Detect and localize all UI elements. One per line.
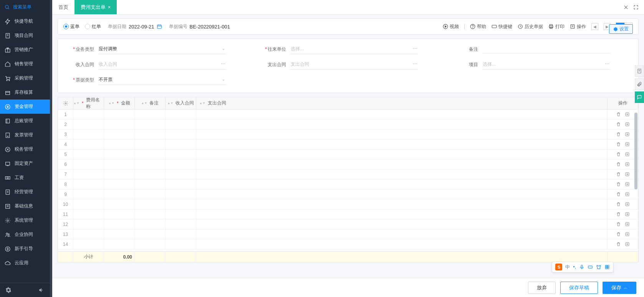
- add-row-icon[interactable]: [625, 182, 630, 187]
- sidebar-item-2[interactable]: 营销推广: [0, 43, 50, 57]
- add-row-icon[interactable]: [625, 192, 630, 197]
- th-gear[interactable]: [58, 97, 73, 109]
- delete-icon[interactable]: [616, 112, 621, 117]
- add-row-icon[interactable]: [625, 172, 630, 177]
- toolbox-icon[interactable]: [604, 264, 610, 270]
- sidebar-item-5[interactable]: 库存核算: [0, 85, 50, 100]
- delete-icon[interactable]: [616, 182, 621, 187]
- add-row-icon[interactable]: [625, 112, 630, 117]
- sidebar-item-8[interactable]: 发票管理: [0, 128, 50, 142]
- table-row[interactable]: 7: [58, 169, 638, 179]
- radio-blue[interactable]: 蓝单: [63, 23, 79, 30]
- tab-close-icon[interactable]: [623, 5, 629, 10]
- sidebar-item-10[interactable]: 固定资产: [0, 156, 50, 171]
- prev-button[interactable]: ◀: [591, 23, 598, 30]
- table-row[interactable]: 12: [58, 219, 638, 229]
- sidebar-item-11[interactable]: 工资: [0, 171, 50, 185]
- project-select[interactable]: 选择...⋯: [482, 60, 610, 70]
- table-row[interactable]: 5: [58, 149, 638, 159]
- delete-icon[interactable]: [616, 232, 621, 237]
- tab-expense[interactable]: 费用支出单 ×: [74, 0, 117, 14]
- th-amount[interactable]: ▲▼*金额: [104, 97, 135, 109]
- sidebar-item-3[interactable]: 销售管理: [0, 57, 50, 71]
- video-button[interactable]: 视频: [443, 23, 459, 30]
- discard-button[interactable]: 放弃: [528, 282, 556, 294]
- table-row[interactable]: 3: [58, 129, 638, 139]
- delete-icon[interactable]: [616, 172, 621, 177]
- add-row-icon[interactable]: [625, 212, 630, 217]
- delete-icon[interactable]: [616, 152, 621, 157]
- sidebar-item-1[interactable]: 项目合同: [0, 28, 50, 43]
- add-row-icon[interactable]: [625, 152, 630, 157]
- sidebar-item-4[interactable]: 采购管理: [0, 71, 50, 85]
- add-row-icon[interactable]: [625, 132, 630, 137]
- shortcut-button[interactable]: 快捷键: [492, 23, 512, 30]
- sidebar-item-13[interactable]: 基础信息: [0, 199, 50, 213]
- add-row-icon[interactable]: [625, 142, 630, 147]
- calendar-icon[interactable]: [157, 24, 162, 29]
- sidebar-search[interactable]: 搜索菜单: [0, 0, 50, 14]
- history-button[interactable]: 历史单据: [518, 23, 543, 30]
- float-chat-button[interactable]: [635, 91, 644, 103]
- delete-icon[interactable]: [616, 192, 621, 197]
- table-scrollbar[interactable]: [634, 113, 637, 247]
- th-name[interactable]: ▲▼*费用名称: [73, 97, 104, 109]
- table-row[interactable]: 13: [58, 229, 638, 239]
- delete-icon[interactable]: [616, 202, 621, 207]
- delete-icon[interactable]: [616, 132, 621, 137]
- ime-lang[interactable]: 中: [565, 264, 570, 270]
- add-row-icon[interactable]: [625, 222, 630, 227]
- save-draft-button[interactable]: 保存草稿: [560, 282, 598, 294]
- table-row[interactable]: 6: [58, 159, 638, 169]
- save-button[interactable]: 保存︿: [603, 282, 636, 294]
- th-expense[interactable]: ▲▼支出合同: [196, 97, 608, 109]
- add-row-icon[interactable]: [625, 202, 630, 207]
- invoice-type-select[interactable]: 不开票⌄: [98, 75, 226, 85]
- bill-date-value[interactable]: 2022-09-21: [129, 24, 154, 30]
- th-income[interactable]: ▲▼收入合同: [166, 97, 196, 109]
- delete-icon[interactable]: [616, 162, 621, 167]
- microphone-icon[interactable]: [579, 264, 584, 270]
- sidebar-item-14[interactable]: 系统管理: [0, 213, 50, 227]
- sidebar-item-0[interactable]: 快捷导航: [0, 14, 50, 28]
- table-row[interactable]: 14: [58, 239, 638, 249]
- sidebar-item-15[interactable]: 企业协同: [0, 227, 50, 242]
- add-row-icon[interactable]: [625, 162, 630, 167]
- radio-red[interactable]: 红单: [85, 23, 101, 30]
- delete-icon[interactable]: [616, 222, 621, 227]
- expense-contract-select[interactable]: 支出合同⋯: [290, 60, 418, 70]
- help-button[interactable]: 帮助: [470, 23, 486, 30]
- add-row-icon[interactable]: [625, 122, 630, 127]
- tab-home[interactable]: 首页: [52, 0, 74, 14]
- print-button[interactable]: 打印: [548, 23, 565, 30]
- operate-button[interactable]: 操作: [570, 23, 586, 30]
- keyboard-icon[interactable]: [588, 264, 593, 270]
- gear-icon[interactable]: [5, 287, 12, 293]
- float-doc-button[interactable]: [635, 65, 644, 77]
- table-row[interactable]: 4: [58, 139, 638, 149]
- table-row[interactable]: 11: [58, 209, 638, 219]
- table-row[interactable]: 2: [58, 119, 638, 129]
- ime-toolbar[interactable]: S 中 •,: [552, 262, 613, 272]
- float-attach-button[interactable]: [635, 78, 644, 90]
- delete-icon[interactable]: [616, 242, 621, 247]
- sidebar-item-9[interactable]: 税务管理: [0, 142, 50, 156]
- sidebar-item-12[interactable]: 经营管理: [0, 185, 50, 199]
- volume-icon[interactable]: [38, 287, 45, 293]
- sidebar-item-7[interactable]: 总账管理: [0, 114, 50, 128]
- fullscreen-icon[interactable]: [633, 5, 639, 10]
- partner-select[interactable]: 选择...⋯: [290, 44, 418, 54]
- th-remark[interactable]: ▲▼备注: [135, 97, 166, 109]
- income-contract-select[interactable]: 收入合同⋯: [98, 60, 226, 70]
- remark-input[interactable]: [482, 45, 610, 53]
- biz-type-select[interactable]: 应付调整⌄: [98, 44, 226, 54]
- sidebar-item-17[interactable]: 云应用: [0, 256, 50, 270]
- ime-punct-icon[interactable]: •,: [573, 264, 576, 270]
- skin-icon[interactable]: [596, 264, 601, 270]
- add-row-icon[interactable]: [625, 232, 630, 237]
- add-row-icon[interactable]: [625, 242, 630, 247]
- table-row[interactable]: 8: [58, 179, 638, 189]
- settings-button[interactable]: 设置: [609, 24, 633, 34]
- sidebar-item-6[interactable]: 资金管理: [0, 100, 50, 114]
- table-row[interactable]: 10: [58, 199, 638, 209]
